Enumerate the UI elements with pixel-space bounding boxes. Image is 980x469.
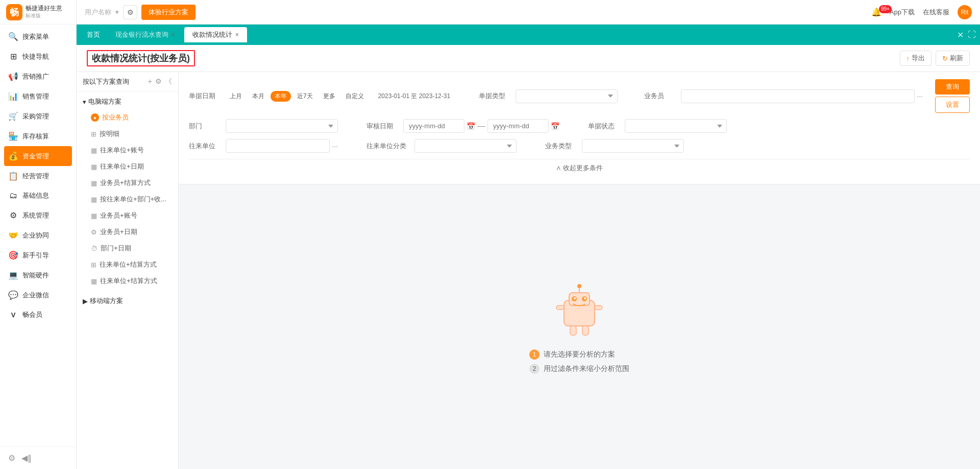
- scheme-item-by-salesman[interactable]: ● 按业务员: [77, 109, 178, 126]
- tab-receipt-stats[interactable]: 收款情况统计 ×: [184, 27, 247, 42]
- topbar-settings-button[interactable]: ⚙: [123, 5, 137, 19]
- scheme-item-salesman-date[interactable]: ⚙ 业务员+日期: [77, 224, 178, 240]
- svg-rect-10: [582, 326, 589, 335]
- sidebar-item-operations[interactable]: 📋 经营管理: [0, 166, 76, 186]
- counterparty-date-icon: ▦: [91, 163, 97, 171]
- calendar-start-icon[interactable]: 📅: [467, 122, 475, 130]
- window-maximize-button[interactable]: ⛶: [968, 30, 976, 40]
- dropdown-icon[interactable]: ▾: [115, 8, 119, 16]
- finance-icon: 💰: [8, 151, 18, 161]
- date-tab-last-7days[interactable]: 近7天: [293, 91, 317, 102]
- sidebar-nav: 🔍 搜索菜单 ⊞ 快捷导航 📢 营销推广 📊 销售管理 🛒 采购管理 🏪 库存核…: [0, 25, 76, 447]
- app-download-button[interactable]: App下载: [890, 8, 915, 17]
- sidebar-item-cooperation-label: 企业协同: [22, 231, 49, 240]
- sidebar-item-quicknav-label: 快捷导航: [22, 52, 49, 61]
- sidebar-item-hardware[interactable]: 💻 智能硬件: [0, 265, 76, 285]
- tab-bank-flow[interactable]: 现金银行流水查询 ×: [107, 27, 183, 42]
- doc-status-select[interactable]: [625, 119, 727, 133]
- scheme-item-by-detail[interactable]: ⊞ 按明细: [77, 126, 178, 142]
- sidebar-item-finance-label: 资金管理: [22, 152, 49, 161]
- sidebar-footer: ⚙ ◀‖: [0, 447, 76, 469]
- date-tab-last-month[interactable]: 上月: [226, 91, 246, 102]
- scheme-item-counterparty-settle2[interactable]: ▦ 往来单位+结算方式: [77, 273, 178, 289]
- scheme-collapse-button[interactable]: 《: [165, 77, 172, 86]
- detail-icon: ⊞: [91, 130, 96, 138]
- sidebar-item-finance[interactable]: 💰 资金管理: [4, 146, 72, 166]
- tab-receipt-stats-close[interactable]: ×: [235, 31, 239, 38]
- counterparty-classify-select[interactable]: [414, 139, 517, 153]
- window-close-button[interactable]: ✕: [957, 30, 964, 40]
- tab-bank-flow-label: 现金银行流水查询: [115, 30, 168, 39]
- scheme-item-dept-date[interactable]: ⏱ 部门+日期: [77, 240, 178, 256]
- sidebar-item-sales[interactable]: 📊 销售管理: [0, 86, 76, 106]
- calendar-end-icon[interactable]: 📅: [551, 122, 559, 130]
- scheme-section-desktop-header[interactable]: ▾ 电脑端方案: [77, 94, 178, 109]
- sidebar-item-wechat[interactable]: 💬 企业微信: [0, 285, 76, 305]
- sidebar-item-guide[interactable]: 🎯 新手引导: [0, 245, 76, 265]
- counterparty-input[interactable]: [226, 139, 330, 153]
- sidebar-item-guide-label: 新手引导: [22, 251, 49, 260]
- counterparty-more-button[interactable]: ···: [332, 142, 338, 150]
- trial-button[interactable]: 体验行业方案: [141, 5, 195, 20]
- wechat-icon: 💬: [8, 290, 18, 300]
- filter-data-area: 单据日期 上月 本月 本年 近7天 更多 自定义 2023-01-01 至 20…: [179, 72, 980, 469]
- tab-bank-flow-close[interactable]: ×: [172, 31, 175, 38]
- empty-hint: 1 请先选择要分析的方案 2 用过滤条件来缩小分析范围: [529, 280, 629, 374]
- sidebar-item-search[interactable]: 🔍 搜索菜单: [0, 27, 76, 46]
- sidebar-item-basic[interactable]: 🗂 基础信息: [0, 186, 76, 205]
- scheme-item-salesman-settlement-label: 业务员+结算方式: [100, 178, 151, 187]
- business-type-select[interactable]: [582, 139, 684, 153]
- sidebar-item-member[interactable]: V 畅会员: [0, 305, 76, 324]
- scheme-item-counterparty-settle1-label: 往来单位+结算方式: [100, 260, 157, 269]
- refresh-button[interactable]: ↻ 刷新: [936, 51, 970, 66]
- salesman-date-icon: ⚙: [91, 228, 97, 236]
- notification-button[interactable]: 🔔 99+: [871, 7, 881, 17]
- salesman-more-button[interactable]: ···: [917, 92, 923, 100]
- doc-type-select[interactable]: [516, 89, 618, 103]
- empty-robot-illustration: [549, 280, 610, 341]
- sidebar-item-quicknav[interactable]: ⊞ 快捷导航: [0, 46, 76, 66]
- date-tab-custom[interactable]: 自定义: [341, 91, 368, 102]
- scheme-item-counterparty-date[interactable]: ▦ 往来单位+日期: [77, 158, 178, 175]
- scheme-add-button[interactable]: +: [148, 77, 152, 86]
- date-tab-more[interactable]: 更多: [319, 91, 339, 102]
- counterparty-account-icon: ▦: [91, 147, 97, 154]
- scheme-item-counterparty-settle1[interactable]: ⊞ 往来单位+结算方式: [77, 256, 178, 273]
- set-button[interactable]: 设置: [935, 97, 970, 113]
- dept-select[interactable]: [226, 119, 338, 133]
- sidebar-item-inventory[interactable]: 🏪 库存核算: [0, 126, 76, 146]
- sidebar-item-purchase[interactable]: 🛒 采购管理: [0, 106, 76, 126]
- doc-type-label: 单据类型: [479, 91, 507, 101]
- scheme-settings-button[interactable]: ⚙: [155, 77, 162, 86]
- scheme-item-salesman-account[interactable]: ▦ 业务员+账号: [77, 207, 178, 224]
- hint-step-2: 2 用过滤条件来缩小分析范围: [529, 364, 629, 374]
- hint-step-2-label: 用过滤条件来缩小分析范围: [544, 364, 629, 373]
- footer-settings-icon[interactable]: ⚙: [8, 453, 15, 463]
- sidebar-item-cooperation[interactable]: 🤝 企业协同: [0, 225, 76, 245]
- export-button[interactable]: ↑ 导出: [900, 51, 932, 66]
- scheme-item-salesman-settlement[interactable]: ▦ 业务员+结算方式: [77, 175, 178, 191]
- date-tab-this-year[interactable]: 本年: [271, 91, 291, 102]
- review-date-label: 审核日期: [366, 122, 395, 131]
- review-date-start[interactable]: [403, 119, 464, 133]
- tab-home[interactable]: 首页: [81, 27, 106, 42]
- scheme-item-by-detail-label: 按明细: [100, 129, 119, 138]
- customer-service-button[interactable]: 在线客服: [923, 8, 949, 17]
- user-avatar[interactable]: Rit: [958, 5, 972, 19]
- collapse-button[interactable]: ∧ 收起更多条件: [189, 159, 970, 177]
- query-button[interactable]: 查询: [935, 79, 970, 95]
- scheme-item-counterparty-dept[interactable]: ▦ 按往来单位+部门+收...: [77, 191, 178, 207]
- salesman-input[interactable]: [681, 89, 915, 103]
- sidebar-item-marketing[interactable]: 📢 营销推广: [0, 66, 76, 86]
- hardware-icon: 💻: [8, 270, 18, 280]
- salesman-account-icon: ▦: [91, 212, 97, 220]
- scheme-item-counterparty-account[interactable]: ▦ 往来单位+账号: [77, 142, 178, 158]
- footer-collapse-icon[interactable]: ◀‖: [21, 453, 32, 463]
- review-date-end[interactable]: [487, 119, 549, 133]
- doc-status-label: 单据状态: [588, 122, 617, 131]
- date-tab-this-month[interactable]: 本月: [248, 91, 268, 102]
- scheme-section-mobile: ▶ 移动端方案: [77, 291, 178, 311]
- logo-icon: 畅: [6, 4, 22, 20]
- sidebar-item-system[interactable]: ⚙ 系统管理: [0, 205, 76, 225]
- scheme-section-mobile-header[interactable]: ▶ 移动端方案: [77, 293, 178, 309]
